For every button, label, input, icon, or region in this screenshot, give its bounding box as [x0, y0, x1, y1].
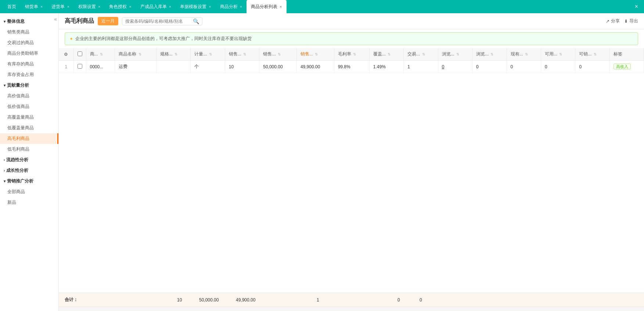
row-checkbox[interactable]: [78, 64, 82, 69]
row-sales-profit: 49,900.00: [296, 61, 334, 73]
sort-icon: ⇅: [525, 52, 528, 56]
sidebar-item-stock-capital[interactable]: 库存资金占用: [0, 69, 58, 80]
sidebar-item-category-rate[interactable]: 商品分类助销率: [0, 48, 58, 59]
sales-amount-column-header[interactable]: 销售... ⇅: [259, 48, 297, 61]
share-button[interactable]: ↗ 分享: [606, 18, 620, 24]
sidebar-group-contribution[interactable]: ▾ 贡献量分析: [0, 80, 58, 91]
table-header-row: ⚙ 商... ⇅ 商品名称 ⇅ 规格...: [59, 48, 644, 61]
sidebar-item-low-value[interactable]: 低价值商品: [0, 101, 58, 112]
settings-column-header[interactable]: ⚙: [59, 48, 73, 61]
unit-column-header[interactable]: 计量... ⇅: [191, 48, 225, 61]
header-actions: ↗ 分享 ⬇ 导出: [606, 18, 638, 24]
spec-column-header[interactable]: 规格... ⇅: [156, 48, 190, 61]
close-icon[interactable]: ×: [240, 4, 242, 9]
trade-column-header[interactable]: 交易... ⇅: [404, 48, 438, 61]
current-stock-column-header[interactable]: 现有... ⇅: [507, 48, 541, 61]
nav-tab-warehouse[interactable]: 产成品入库单 ×: [136, 0, 176, 13]
sidebar-group-growth[interactable]: › 成长性分析: [0, 165, 58, 176]
row-gross-margin: 99.8%: [334, 61, 369, 73]
sidebar-item-all-goods[interactable]: 全部商品: [0, 187, 58, 197]
sidebar-item-high-coverage[interactable]: 高覆盖量商品: [0, 112, 58, 123]
sort-icon: ⇅: [559, 52, 562, 56]
table-container: ⚙ 商... ⇅ 商品名称 ⇅ 规格...: [59, 48, 644, 293]
footer-totals: 合计： 10 50,000.00 49,900.00 1 0 0: [59, 293, 644, 307]
close-icon[interactable]: ×: [129, 4, 131, 9]
sort-icon: ⇅: [100, 52, 103, 56]
sales-qty-column-header[interactable]: 销售... ⇅: [225, 48, 259, 61]
saleable-column-header[interactable]: 可销... ⇅: [575, 48, 609, 61]
nav-tab-purchase[interactable]: 进货单 ×: [47, 0, 73, 13]
chevron-down-icon: ▾: [4, 179, 6, 183]
sort-icon: ⇅: [315, 52, 318, 56]
name-column-header[interactable]: 商品名称 ⇅: [115, 48, 156, 61]
view2-column-header[interactable]: 浏览... ⇅: [472, 48, 507, 61]
sidebar-item-low-coverage[interactable]: 低覆盖量商品: [0, 123, 58, 133]
row-view1[interactable]: 0: [438, 61, 472, 73]
close-icon[interactable]: ×: [40, 4, 43, 9]
close-icon[interactable]: ×: [280, 4, 282, 9]
search-box: 🔍: [122, 17, 202, 25]
sidebar-collapse-button[interactable]: «: [54, 16, 57, 22]
close-icon[interactable]: ×: [67, 4, 69, 9]
content-header: 高毛利商品 近一月 🔍 ↗ 分享 ⬇ 导出: [59, 13, 644, 29]
available-column-header[interactable]: 可用... ⇅: [541, 48, 575, 61]
search-icon[interactable]: 🔍: [193, 18, 199, 24]
export-button[interactable]: ⬇ 导出: [624, 18, 638, 24]
close-icon[interactable]: ×: [169, 4, 171, 9]
tag-column-header[interactable]: 标签: [609, 48, 644, 61]
sidebar-group-flow[interactable]: › 流趋性分析: [0, 155, 58, 165]
row-checkbox-cell: [73, 61, 86, 73]
code-column-header[interactable]: 商... ⇅: [86, 48, 115, 61]
nav-tab-template[interactable]: 单据模板设置 ×: [176, 0, 215, 13]
sidebar-group-marketing[interactable]: ▾ 营销推广分析: [0, 176, 58, 187]
gross-margin-column-header[interactable]: 毛利率 ⇅: [334, 48, 369, 61]
footer-sales-profit: 49,900.00: [232, 297, 269, 303]
row-sales-amount: 50,000.00: [259, 61, 297, 73]
nav-tab-permission[interactable]: 权限设置 ×: [74, 0, 105, 13]
nav-tab-sales[interactable]: 销货单 ×: [21, 0, 47, 13]
sort-icon: ⇅: [278, 52, 281, 56]
close-icon[interactable]: ×: [209, 4, 211, 9]
table-row: 1 0000... 运费: [59, 61, 644, 73]
sort-icon: ⇅: [138, 52, 141, 56]
sort-icon: ⇅: [175, 52, 177, 56]
export-icon: ⬇: [624, 19, 628, 24]
sidebar-item-low-margin[interactable]: 低毛利商品: [0, 144, 58, 155]
sidebar-item-high-value[interactable]: 高价值商品: [0, 91, 58, 101]
checkbox-column-header: [73, 48, 86, 61]
chevron-right-icon: ›: [4, 158, 5, 162]
sidebar-item-new-goods[interactable]: 新品: [0, 197, 58, 208]
footer-available: 0: [416, 297, 438, 303]
info-banner: ✦ 企业的主要的利润都是这部分商品创造的，可考虑加大推广，同时关注库存是不要出现…: [65, 32, 638, 45]
bottom-scrollbar[interactable]: [59, 307, 644, 311]
chevron-down-icon: ▾: [4, 83, 6, 87]
close-icon[interactable]: ×: [98, 4, 100, 9]
sidebar-item-high-margin[interactable]: 高毛利商品: [0, 133, 58, 144]
nav-tab-role[interactable]: 角色授权 ×: [105, 0, 136, 13]
row-code: 0000...: [86, 61, 115, 73]
sort-icon: ⇅: [243, 52, 246, 56]
sidebar-item-sales-goods[interactable]: 销售类商品: [0, 27, 58, 37]
sidebar-item-in-stock[interactable]: 有库存的商品: [0, 59, 58, 69]
footer-trade: 1: [313, 297, 335, 303]
select-all-checkbox[interactable]: [78, 51, 82, 56]
sidebar-item-traded-goods[interactable]: 交易过的商品: [0, 37, 58, 48]
footer-sales-qty: 10: [173, 297, 195, 303]
search-input[interactable]: [125, 19, 191, 24]
sidebar-group-overall[interactable]: ▾ 整体信息: [0, 16, 58, 27]
sales-profit-column-header[interactable]: 销售... ⇅: [296, 48, 334, 61]
content-area: 高毛利商品 近一月 🔍 ↗ 分享 ⬇ 导出 ✦ 企业的主要的利润都是这部分商品创…: [59, 13, 644, 311]
coverage-column-header[interactable]: 覆盖... ⇅: [369, 48, 403, 61]
row-trade: 1: [404, 61, 438, 73]
view1-column-header[interactable]: 浏览... ⇅: [438, 48, 472, 61]
filter-recent-month-button[interactable]: 近一月: [98, 17, 118, 25]
chevron-right-icon: ›: [4, 169, 5, 173]
nav-tab-home[interactable]: 首页: [3, 0, 21, 13]
sort-icon: ⇅: [353, 52, 356, 56]
window-close-button[interactable]: ×: [632, 3, 641, 10]
row-sales-qty: 10: [225, 61, 259, 73]
row-spec: [156, 61, 190, 73]
row-view2: 0: [472, 61, 507, 73]
nav-tab-analysis-list[interactable]: 商品分析列表 ×: [247, 0, 286, 13]
nav-tab-analysis[interactable]: 商品分析 ×: [216, 0, 247, 13]
